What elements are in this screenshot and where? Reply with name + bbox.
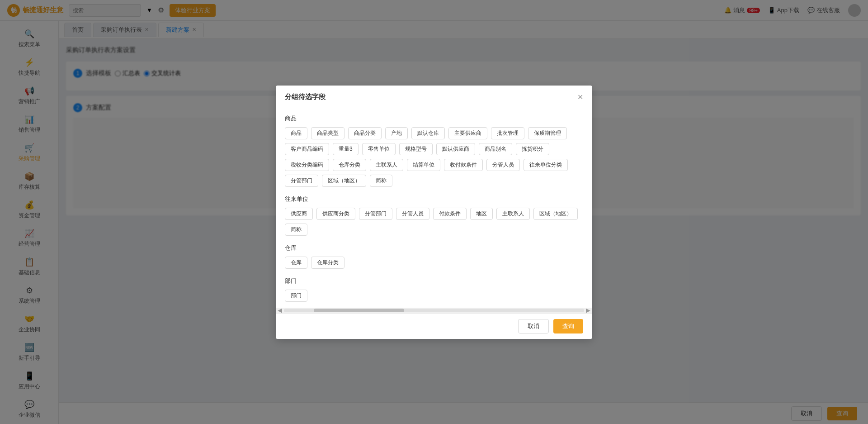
field-tag-product-23[interactable]: 区域（地区） <box>322 175 366 187</box>
field-tag-product-24[interactable]: 简称 <box>370 175 392 187</box>
modal-footer: 取消 查询 <box>276 313 592 339</box>
field-tag-product-7[interactable]: 保质期管理 <box>528 127 567 139</box>
field-tag-product-15[interactable]: 税收分类编码 <box>285 159 329 171</box>
section-department-title: 部门 <box>285 277 583 285</box>
department-field-tags: 部门 <box>285 290 583 302</box>
field-tag-product-19[interactable]: 收付款条件 <box>444 159 483 171</box>
field-tag-product-18[interactable]: 结算单位 <box>407 159 440 171</box>
field-tag-product-13[interactable]: 商品别名 <box>479 143 512 155</box>
modal-body: 商品 商品 商品类型 商品分类 产地 默认仓库 主要供应商 批次管理 保质期管理… <box>276 107 592 308</box>
field-tag-product-10[interactable]: 零售单位 <box>362 143 396 155</box>
warehouse-field-tags: 仓库 仓库分类 <box>285 257 583 269</box>
section-product: 商品 商品 商品类型 商品分类 产地 默认仓库 主要供应商 批次管理 保质期管理… <box>285 114 583 187</box>
field-tag-product-12[interactable]: 默认供应商 <box>436 143 475 155</box>
field-tag-counter-4[interactable]: 付款条件 <box>433 208 467 220</box>
field-tag-product-8[interactable]: 客户商品编码 <box>285 143 329 155</box>
field-tag-dept-0[interactable]: 部门 <box>285 290 307 302</box>
field-tag-product-0[interactable]: 商品 <box>285 127 307 139</box>
section-department: 部门 部门 <box>285 277 583 302</box>
section-counterpart: 往来单位 供应商 供应商分类 分管部门 分管人员 付款条件 地区 主联系人 区域… <box>285 195 583 236</box>
field-tag-product-21[interactable]: 往来单位分类 <box>524 159 568 171</box>
field-tag-counter-7[interactable]: 区域（地区） <box>533 208 578 220</box>
field-tag-counter-5[interactable]: 地区 <box>470 208 493 220</box>
field-tag-product-2[interactable]: 商品分类 <box>348 127 382 139</box>
product-field-tags: 商品 商品类型 商品分类 产地 默认仓库 主要供应商 批次管理 保质期管理 客户… <box>285 127 583 187</box>
field-tag-warehouse-0[interactable]: 仓库 <box>285 257 307 269</box>
modal-title: 分组待选字段 <box>285 93 326 101</box>
field-tag-product-11[interactable]: 规格型号 <box>399 143 433 155</box>
field-tag-counter-8[interactable]: 简称 <box>285 224 307 236</box>
modal-header: 分组待选字段 ✕ <box>276 86 592 107</box>
field-tag-product-3[interactable]: 产地 <box>385 127 408 139</box>
field-tag-product-16[interactable]: 仓库分类 <box>333 159 366 171</box>
field-tag-product-20[interactable]: 分管人员 <box>486 159 520 171</box>
modal-horizontal-scrollbar[interactable]: ◀ ▶ <box>276 308 592 313</box>
field-tag-product-1[interactable]: 商品类型 <box>311 127 344 139</box>
modal-overlay: 分组待选字段 ✕ 商品 商品 商品类型 商品分类 产地 默认仓库 主要供应商 批… <box>0 0 868 424</box>
field-select-modal: 分组待选字段 ✕ 商品 商品 商品类型 商品分类 产地 默认仓库 主要供应商 批… <box>276 86 592 339</box>
field-tag-counter-3[interactable]: 分管人员 <box>396 208 429 220</box>
field-tag-warehouse-1[interactable]: 仓库分类 <box>311 257 344 269</box>
section-counterpart-title: 往来单位 <box>285 195 583 203</box>
modal-cancel-button[interactable]: 取消 <box>518 319 549 333</box>
counterpart-field-tags: 供应商 供应商分类 分管部门 分管人员 付款条件 地区 主联系人 区域（地区） … <box>285 208 583 236</box>
modal-close-button[interactable]: ✕ <box>577 93 583 101</box>
field-tag-product-5[interactable]: 主要供应商 <box>448 127 487 139</box>
section-warehouse-title: 仓库 <box>285 244 583 252</box>
field-tag-product-4[interactable]: 默认仓库 <box>411 127 445 139</box>
field-tag-counter-6[interactable]: 主联系人 <box>496 208 530 220</box>
field-tag-product-22[interactable]: 分管部门 <box>285 175 318 187</box>
section-product-title: 商品 <box>285 114 583 123</box>
field-tag-counter-1[interactable]: 供应商分类 <box>316 208 355 220</box>
field-tag-counter-0[interactable]: 供应商 <box>285 208 313 220</box>
field-tag-product-6[interactable]: 批次管理 <box>491 127 524 139</box>
field-tag-product-17[interactable]: 主联系人 <box>370 159 403 171</box>
section-warehouse: 仓库 仓库 仓库分类 <box>285 244 583 269</box>
field-tag-product-9[interactable]: 重量3 <box>333 143 359 155</box>
field-tag-counter-2[interactable]: 分管部门 <box>359 208 392 220</box>
modal-confirm-button[interactable]: 查询 <box>553 319 583 333</box>
field-tag-product-14[interactable]: 拣货积分 <box>516 143 549 155</box>
